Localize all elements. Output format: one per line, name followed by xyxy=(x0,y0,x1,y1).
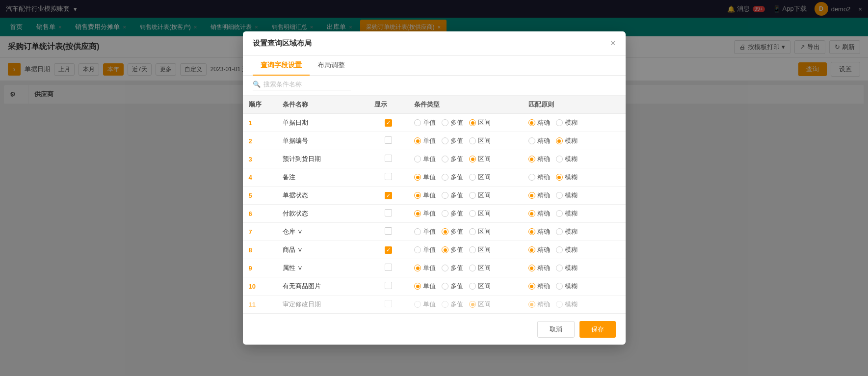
radio-match-fuzzy[interactable]: 模糊 xyxy=(556,264,578,272)
radio-type-multi[interactable]: 多值 xyxy=(442,136,463,145)
cell-display[interactable] xyxy=(368,259,408,277)
radio-type-single[interactable]: 单值 xyxy=(414,173,436,182)
cell-display[interactable] xyxy=(368,295,408,314)
cell-match: 精确模糊 xyxy=(523,259,626,277)
tab-query-fields[interactable]: 查询字段设置 xyxy=(253,56,310,76)
radio-type-range[interactable]: 区间 xyxy=(469,227,491,236)
radio-type-multi[interactable]: 多值 xyxy=(442,118,463,127)
display-checkbox[interactable] xyxy=(385,300,392,307)
radio-match-exact[interactable]: 精确 xyxy=(528,245,550,254)
radio-type-single[interactable]: 单值 xyxy=(414,300,436,309)
table-row: 2单据编号单值多值区间精确模糊 xyxy=(243,132,626,150)
radio-outer xyxy=(442,265,448,271)
radio-type-range[interactable]: 区间 xyxy=(469,118,491,127)
radio-outer xyxy=(469,228,476,235)
cell-display[interactable]: ✓ xyxy=(368,114,408,132)
radio-type-multi[interactable]: 多值 xyxy=(442,227,463,236)
display-checkbox[interactable] xyxy=(385,282,392,289)
radio-outer xyxy=(528,174,535,181)
radio-type-single[interactable]: 单值 xyxy=(414,118,436,127)
radio-type-range[interactable]: 区间 xyxy=(469,155,491,163)
radio-match-fuzzy[interactable]: 模糊 xyxy=(556,300,578,309)
radio-match-exact[interactable]: 精确 xyxy=(528,136,550,145)
display-checkbox[interactable] xyxy=(385,173,392,180)
radio-outer xyxy=(414,156,421,162)
tab-layout[interactable]: 布局调整 xyxy=(310,56,353,76)
display-checkbox[interactable] xyxy=(385,136,392,144)
radio-type-single[interactable]: 单值 xyxy=(414,264,436,272)
cell-display[interactable] xyxy=(368,168,408,187)
th-name: 条件名称 xyxy=(277,96,368,114)
table-row: 4备注单值多值区间精确模糊 xyxy=(243,168,626,187)
radio-match-fuzzy[interactable]: 模糊 xyxy=(556,173,578,182)
cell-display[interactable] xyxy=(368,205,408,223)
display-checkbox[interactable]: ✓ xyxy=(385,119,392,127)
radio-type-range[interactable]: 区间 xyxy=(469,209,491,218)
radio-type-multi[interactable]: 多值 xyxy=(442,300,463,309)
radio-match-exact[interactable]: 精确 xyxy=(528,118,550,127)
radio-type-single[interactable]: 单值 xyxy=(414,209,436,218)
radio-outer xyxy=(556,156,563,162)
radio-outer xyxy=(442,246,448,253)
radio-type-multi[interactable]: 多值 xyxy=(442,191,463,200)
radio-type-multi[interactable]: 多值 xyxy=(442,155,463,163)
type-radio-group: 单值多值区间 xyxy=(414,245,517,254)
radio-type-range[interactable]: 区间 xyxy=(469,173,491,182)
radio-type-range[interactable]: 区间 xyxy=(469,264,491,272)
radio-outer xyxy=(528,210,535,217)
radio-type-single[interactable]: 单值 xyxy=(414,227,436,236)
cell-display[interactable] xyxy=(368,223,408,241)
radio-type-multi[interactable]: 多值 xyxy=(442,173,463,182)
radio-match-fuzzy[interactable]: 模糊 xyxy=(556,245,578,254)
display-checkbox[interactable] xyxy=(385,209,392,216)
radio-type-single[interactable]: 单值 xyxy=(414,155,436,163)
radio-type-single[interactable]: 单值 xyxy=(414,282,436,291)
radio-match-fuzzy[interactable]: 模糊 xyxy=(556,191,578,200)
match-radio-group: 精确模糊 xyxy=(528,118,620,127)
radio-match-exact[interactable]: 精确 xyxy=(528,300,550,309)
type-radio-group: 单值多值区间 xyxy=(414,173,517,182)
radio-match-fuzzy[interactable]: 模糊 xyxy=(556,209,578,218)
match-radio-group: 精确模糊 xyxy=(528,227,620,236)
radio-match-fuzzy[interactable]: 模糊 xyxy=(556,227,578,236)
display-checkbox[interactable] xyxy=(385,155,392,162)
radio-match-exact[interactable]: 精确 xyxy=(528,191,550,200)
cell-display[interactable] xyxy=(368,277,408,295)
cell-display[interactable] xyxy=(368,150,408,168)
radio-type-range[interactable]: 区间 xyxy=(469,300,491,309)
display-checkbox[interactable] xyxy=(385,264,392,271)
radio-outer xyxy=(556,192,563,199)
radio-match-fuzzy[interactable]: 模糊 xyxy=(556,136,578,145)
radio-match-exact[interactable]: 精确 xyxy=(528,155,550,163)
search-input[interactable] xyxy=(263,81,342,88)
radio-type-range[interactable]: 区间 xyxy=(469,282,491,291)
modal-close-btn[interactable]: × xyxy=(610,38,616,49)
cell-display[interactable]: ✓ xyxy=(368,241,408,259)
radio-type-multi[interactable]: 多值 xyxy=(442,209,463,218)
display-checkbox[interactable]: ✓ xyxy=(385,192,392,199)
radio-match-fuzzy[interactable]: 模糊 xyxy=(556,118,578,127)
radio-type-multi[interactable]: 多值 xyxy=(442,264,463,272)
radio-match-fuzzy[interactable]: 模糊 xyxy=(556,282,578,291)
radio-type-range[interactable]: 区间 xyxy=(469,136,491,145)
display-checkbox[interactable] xyxy=(385,227,392,235)
radio-type-range[interactable]: 区间 xyxy=(469,191,491,200)
radio-type-multi[interactable]: 多值 xyxy=(442,245,463,254)
radio-match-fuzzy[interactable]: 模糊 xyxy=(556,155,578,163)
radio-type-range[interactable]: 区间 xyxy=(469,245,491,254)
radio-match-exact[interactable]: 精确 xyxy=(528,209,550,218)
radio-match-exact[interactable]: 精确 xyxy=(528,173,550,182)
radio-type-multi[interactable]: 多值 xyxy=(442,282,463,291)
cell-display[interactable] xyxy=(368,132,408,150)
radio-match-exact[interactable]: 精确 xyxy=(528,264,550,272)
radio-type-single[interactable]: 单值 xyxy=(414,136,436,145)
cancel-btn[interactable]: 取消 xyxy=(537,321,575,338)
radio-type-single[interactable]: 单值 xyxy=(414,245,436,254)
cell-display[interactable]: ✓ xyxy=(368,187,408,205)
save-btn[interactable]: 保存 xyxy=(579,321,616,338)
display-checkbox[interactable]: ✓ xyxy=(385,246,392,254)
radio-match-exact[interactable]: 精确 xyxy=(528,282,550,291)
radio-match-exact[interactable]: 精确 xyxy=(528,227,550,236)
radio-type-single[interactable]: 单值 xyxy=(414,191,436,200)
radio-outer xyxy=(414,174,421,181)
